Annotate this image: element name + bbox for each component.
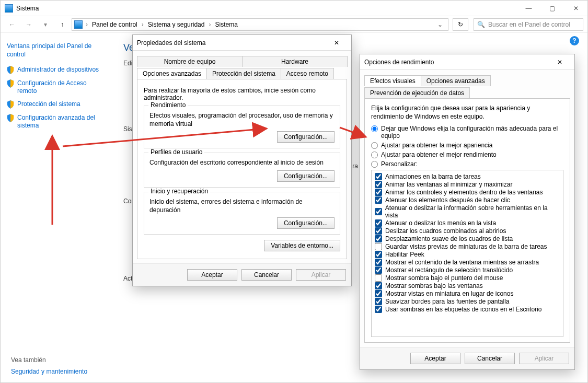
- checkbox-label: Animar los controles y elementos dentro …: [385, 189, 543, 196]
- sidebar-item-1[interactable]: Configuración de Acceso remoto: [7, 79, 107, 95]
- perf-check-13[interactable]: Mostrar sombras bajo las ventanas: [375, 282, 560, 289]
- radio-input[interactable]: [371, 142, 378, 149]
- perf-dialog-close-button[interactable]: ✕: [549, 55, 570, 69]
- apply-button[interactable]: Aplicar: [296, 269, 346, 281]
- perf-radio-1[interactable]: Ajustar para obtener la mejor apariencia: [371, 142, 563, 149]
- perf-apply-button[interactable]: Aplicar: [519, 353, 569, 364]
- up-button[interactable]: ↑: [55, 18, 70, 31]
- perf-check-14[interactable]: Mostrar vistas en miniatura en lugar de …: [375, 290, 560, 297]
- checkbox-input[interactable]: [375, 298, 382, 305]
- ok-button[interactable]: Aceptar: [187, 269, 237, 281]
- profiles-desc: Configuración del escritorio correspondi…: [149, 158, 335, 167]
- tab-system-protection[interactable]: Protección del sistema: [206, 68, 281, 79]
- radio-input[interactable]: [371, 161, 378, 168]
- checkbox-input[interactable]: [375, 219, 382, 227]
- checkbox-label: Animar las ventanas al minimizar y maxim…: [385, 181, 512, 188]
- checkbox-input[interactable]: [375, 227, 382, 235]
- checkbox-input[interactable]: [375, 181, 382, 188]
- sidebar-item-3[interactable]: Configuración avanzada del sistema: [7, 114, 107, 130]
- perf-check-5[interactable]: Atenuar o deslizar los menús en la vista: [375, 219, 560, 227]
- minimize-button[interactable]: —: [517, 1, 540, 16]
- checkbox-input[interactable]: [375, 259, 382, 266]
- cancel-button[interactable]: Cancelar: [241, 269, 292, 281]
- search-box[interactable]: 🔍 Buscar en el Panel de control: [474, 18, 583, 31]
- perf-radio-0[interactable]: Dejar que Windows elija la configuración…: [371, 125, 563, 140]
- checkbox-input[interactable]: [375, 196, 382, 204]
- sidebar-item-label: Configuración de Acceso remoto: [17, 79, 107, 95]
- perf-cancel-button[interactable]: Cancelar: [465, 353, 515, 364]
- checkbox-input[interactable]: [375, 173, 382, 180]
- perf-check-2[interactable]: Animar los controles y elementos dentro …: [375, 189, 560, 196]
- tab-computer-name[interactable]: Nombre de equipo: [137, 56, 243, 67]
- checkbox-input[interactable]: [375, 274, 382, 282]
- see-also-link[interactable]: Seguridad y mantenimiento: [11, 368, 87, 375]
- checkbox-label: Habilitar Peek: [385, 251, 424, 258]
- tab-advanced[interactable]: Opciones avanzadas: [137, 68, 207, 79]
- perf-check-6[interactable]: Deslizar los cuadros combinados al abrir…: [375, 227, 560, 235]
- checkbox-input[interactable]: [375, 235, 382, 242]
- perf-check-0[interactable]: Animaciones en la barra de tareas: [375, 173, 560, 180]
- cp-home-link[interactable]: Ventana principal del Panel de control: [7, 42, 107, 59]
- radio-input[interactable]: [371, 152, 378, 158]
- refresh-button[interactable]: ↻: [453, 18, 468, 31]
- shield-icon: [7, 114, 14, 122]
- checkbox-input[interactable]: [375, 290, 382, 297]
- startup-group: Inicio y recuperación Inicio del sistema…: [144, 192, 340, 235]
- checkbox-input[interactable]: [375, 208, 382, 215]
- visual-effects-checklist[interactable]: Animaciones en la barra de tareasAnimar …: [371, 170, 563, 337]
- radio-label: Dejar que Windows elija la configuración…: [381, 125, 563, 140]
- tab-dep[interactable]: Prevención de ejecución de datos: [364, 87, 470, 98]
- sidebar-item-0[interactable]: Administrador de dispositivos: [7, 66, 107, 74]
- system-icon: [5, 4, 13, 13]
- forward-button[interactable]: →: [21, 18, 36, 31]
- tab-remote[interactable]: Acceso remoto: [281, 68, 334, 79]
- perf-check-3[interactable]: Atenuar los elementos después de hacer c…: [375, 196, 560, 204]
- crumb-1[interactable]: Sistema y seguridad: [147, 21, 206, 28]
- perf-check-15[interactable]: Suavizar bordes para las fuentes de pant…: [375, 298, 560, 305]
- tab-visual-effects[interactable]: Efectos visuales: [364, 75, 421, 86]
- shield-icon: [7, 79, 14, 88]
- help-icon[interactable]: ?: [570, 36, 579, 45]
- checkbox-input[interactable]: [375, 243, 382, 250]
- perf-radio-3[interactable]: Personalizar:: [371, 160, 563, 168]
- perf-check-10[interactable]: Mostrar el contenido de la ventana mient…: [375, 259, 560, 266]
- checkbox-input[interactable]: [375, 282, 382, 289]
- perf-check-16[interactable]: Usar sombras en las etiquetas de iconos …: [375, 306, 560, 313]
- crumb-0[interactable]: Panel de control: [91, 21, 139, 28]
- perf-check-9[interactable]: Habilitar Peek: [375, 251, 560, 258]
- perf-check-8[interactable]: Guardar vistas previas de miniaturas de …: [375, 243, 560, 250]
- env-vars-button[interactable]: Variables de entorno...: [264, 240, 340, 251]
- maximize-button[interactable]: ▢: [540, 1, 564, 16]
- checkbox-input[interactable]: [375, 306, 382, 313]
- perf-settings-button[interactable]: Configuración...: [277, 131, 335, 143]
- address-dropdown-icon[interactable]: ⌄: [434, 21, 446, 28]
- profiles-settings-button[interactable]: Configuración...: [277, 170, 335, 182]
- perf-check-11[interactable]: Mostrar el rectángulo de selección trans…: [375, 266, 560, 274]
- recent-button[interactable]: ▾: [38, 18, 53, 31]
- back-button[interactable]: ←: [5, 18, 19, 31]
- close-button[interactable]: ✕: [564, 1, 587, 16]
- perf-check-12[interactable]: Mostrar sombra bajo el puntero del mouse: [375, 274, 560, 282]
- address-bar[interactable]: › Panel de control › Sistema y seguridad…: [72, 18, 448, 31]
- checkbox-input[interactable]: [375, 251, 382, 258]
- dialog-close-button[interactable]: ✕: [326, 36, 347, 50]
- checkbox-input[interactable]: [375, 266, 382, 274]
- perf-check-1[interactable]: Animar las ventanas al minimizar y maxim…: [375, 181, 560, 188]
- perf-ok-button[interactable]: Aceptar: [410, 353, 460, 364]
- radio-label: Ajustar para obtener el mejor rendimient…: [381, 151, 497, 158]
- perf-radio-2[interactable]: Ajustar para obtener el mejor rendimient…: [371, 151, 563, 158]
- sidebar-item-label: Configuración avanzada del sistema: [17, 114, 107, 130]
- checkbox-input[interactable]: [375, 189, 382, 196]
- perf-check-4[interactable]: Atenuar o deslizar la información sobre …: [375, 204, 560, 219]
- startup-desc: Inicio del sistema, errores del sistema …: [149, 198, 335, 214]
- profiles-group: Perfiles de usuario Configuración del es…: [144, 153, 340, 187]
- crumb-2[interactable]: Sistema: [214, 21, 238, 28]
- sidebar-item-2[interactable]: Protección del sistema: [7, 100, 107, 109]
- radio-input[interactable]: [371, 125, 378, 132]
- startup-settings-button[interactable]: Configuración...: [277, 217, 335, 229]
- tab-hardware[interactable]: Hardware: [242, 56, 348, 67]
- perf-check-7[interactable]: Desplazamiento suave de los cuadros de l…: [375, 235, 560, 242]
- tab-advanced-perf[interactable]: Opciones avanzadas: [421, 75, 491, 86]
- checkbox-label: Desplazamiento suave de los cuadros de l…: [385, 235, 513, 242]
- checkbox-label: Usar sombras en las etiquetas de iconos …: [385, 306, 541, 313]
